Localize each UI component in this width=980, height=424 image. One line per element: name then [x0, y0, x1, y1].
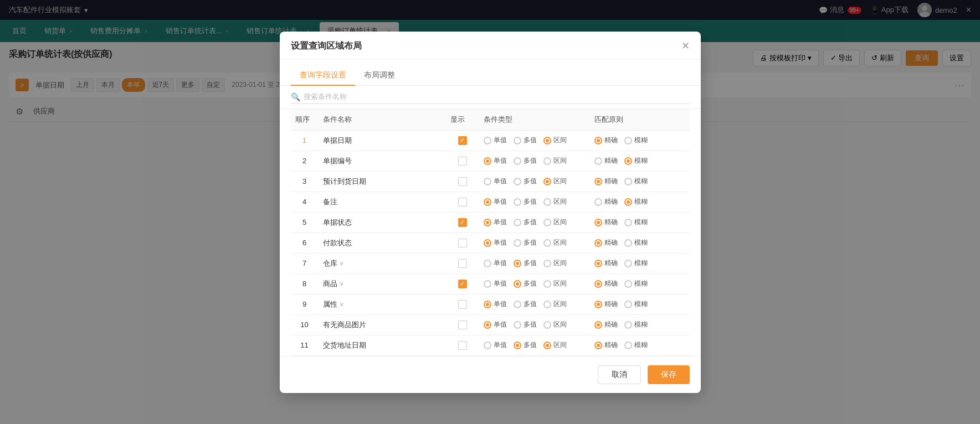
- type-radio-multi-4[interactable]: 多值: [514, 218, 537, 227]
- radio-label-single-8: 单值: [494, 299, 507, 309]
- type-radio-multi-7[interactable]: 多值: [514, 279, 537, 288]
- display-checkbox-3[interactable]: [458, 198, 467, 206]
- match-radio-fuzzy-1[interactable]: 模糊: [624, 156, 648, 166]
- match-radio-fuzzy-8[interactable]: 模糊: [624, 299, 648, 309]
- match-radio-exact-3[interactable]: 精确: [594, 197, 618, 206]
- match-radio-fuzzy-10[interactable]: 模糊: [624, 340, 648, 350]
- type-radio-range-10[interactable]: 区间: [543, 340, 567, 350]
- match-radio-exact-8[interactable]: 精确: [594, 299, 618, 309]
- type-radio-single-10[interactable]: 单值: [484, 340, 507, 350]
- type-radio-single-0[interactable]: 单值: [484, 136, 507, 145]
- type-radio-single-2[interactable]: 单值: [484, 177, 507, 186]
- type-radio-multi-5[interactable]: 多值: [514, 238, 537, 247]
- type-radio-range-5[interactable]: 区间: [543, 238, 567, 247]
- type-radio-range-1[interactable]: 区间: [543, 156, 567, 166]
- match-radio-exact-6[interactable]: 精确: [594, 258, 618, 268]
- match-radio-exact-2[interactable]: 精确: [594, 177, 618, 186]
- type-radio-range-4[interactable]: 区间: [543, 218, 567, 227]
- match-label-fuzzy-8: 模糊: [634, 299, 648, 309]
- match-radio-exact-7[interactable]: 精确: [594, 279, 618, 288]
- match-radio-fuzzy-5[interactable]: 模糊: [624, 238, 648, 247]
- match-radio-exact-0[interactable]: 精确: [594, 136, 618, 145]
- match-dot-exact-0: [594, 137, 602, 144]
- type-radio-multi-8[interactable]: 多值: [514, 299, 537, 309]
- type-radio-single-7[interactable]: 单值: [484, 279, 507, 288]
- match-radio-fuzzy-7[interactable]: 模糊: [624, 279, 648, 288]
- row-display-3[interactable]: [446, 192, 479, 212]
- display-checkbox-2[interactable]: [458, 177, 467, 186]
- match-radio-fuzzy-4[interactable]: 模糊: [624, 218, 648, 227]
- type-radio-multi-3[interactable]: 多值: [514, 197, 537, 206]
- type-radio-multi-0[interactable]: 多值: [514, 136, 537, 145]
- match-radio-exact-4[interactable]: 精确: [594, 218, 618, 227]
- row-display-5[interactable]: [446, 232, 479, 253]
- row-display-4[interactable]: ✓: [446, 212, 479, 232]
- cancel-button[interactable]: 取消: [598, 365, 641, 384]
- modal-close-btn[interactable]: ✕: [681, 41, 690, 51]
- display-checkbox-9[interactable]: [458, 320, 467, 329]
- type-radio-multi-2[interactable]: 多值: [514, 177, 537, 186]
- modal-tab-layout-adjust[interactable]: 布局调整: [355, 66, 404, 86]
- match-radio-fuzzy-0[interactable]: 模糊: [624, 136, 648, 145]
- radio-label-range-1: 区间: [553, 156, 567, 166]
- match-radio-exact-1[interactable]: 精确: [594, 156, 618, 166]
- type-radio-range-9[interactable]: 区间: [543, 320, 567, 329]
- row-display-9[interactable]: [446, 314, 479, 335]
- type-radio-range-2[interactable]: 区间: [543, 177, 567, 186]
- type-radio-single-3[interactable]: 单值: [484, 197, 507, 206]
- type-radio-range-3[interactable]: 区间: [543, 197, 567, 206]
- type-radio-multi-6[interactable]: 多值: [514, 258, 537, 268]
- row-display-0[interactable]: ✓: [446, 130, 479, 151]
- type-radio-range-7[interactable]: 区间: [543, 279, 567, 288]
- type-radio-single-8[interactable]: 单值: [484, 299, 507, 309]
- radio-label-single-5: 单值: [494, 238, 507, 247]
- display-checkbox-4[interactable]: [458, 218, 467, 227]
- row-display-6[interactable]: [446, 253, 479, 273]
- row-display-1[interactable]: [446, 151, 479, 171]
- match-dot-exact-6: [594, 260, 602, 267]
- row-type-0: 单值多值区间: [479, 130, 590, 151]
- display-checkbox-10[interactable]: [458, 341, 467, 350]
- row-display-10[interactable]: [446, 335, 479, 355]
- type-radio-range-6[interactable]: 区间: [543, 258, 567, 268]
- type-radio-range-8[interactable]: 区间: [543, 299, 567, 309]
- modal-backdrop: 设置查询区域布局 ✕ 查询字段设置 布局调整 🔍 顺序 条件名称 显示: [0, 0, 980, 424]
- row-type-10: 单值多值区间: [479, 335, 590, 355]
- match-radio-group-6: 精确模糊: [594, 258, 685, 268]
- display-checkbox-8[interactable]: [458, 300, 467, 309]
- type-radio-single-5[interactable]: 单值: [484, 238, 507, 247]
- search-input[interactable]: [304, 92, 690, 101]
- type-radio-multi-10[interactable]: 多值: [514, 340, 537, 350]
- match-radio-fuzzy-9[interactable]: 模糊: [624, 320, 648, 329]
- match-radio-fuzzy-2[interactable]: 模糊: [624, 177, 648, 186]
- type-radio-single-1[interactable]: 单值: [484, 156, 507, 166]
- save-button[interactable]: 保存: [648, 365, 690, 384]
- match-radio-exact-9[interactable]: 精确: [594, 320, 618, 329]
- match-radio-fuzzy-3[interactable]: 模糊: [624, 197, 648, 206]
- display-checkbox-7[interactable]: [458, 280, 467, 288]
- display-checkbox-5[interactable]: [458, 239, 467, 247]
- row-display-7[interactable]: ✓: [446, 273, 479, 294]
- display-checkbox-6[interactable]: [458, 259, 467, 268]
- type-radio-single-4[interactable]: 单值: [484, 218, 507, 227]
- modal-tab-field-settings[interactable]: 查询字段设置: [291, 66, 355, 86]
- row-name-6: 仓库 ∨: [319, 253, 446, 273]
- type-radio-single-9[interactable]: 单值: [484, 320, 507, 329]
- display-checkbox-1[interactable]: [458, 157, 467, 166]
- match-dot-fuzzy-7: [624, 280, 632, 288]
- row-display-8[interactable]: [446, 294, 479, 314]
- match-label-exact-3: 精确: [604, 197, 618, 206]
- match-radio-exact-5[interactable]: 精确: [594, 238, 618, 247]
- type-radio-multi-9[interactable]: 多值: [514, 320, 537, 329]
- type-radio-single-6[interactable]: 单值: [484, 258, 507, 268]
- type-radio-group-8: 单值多值区间: [484, 299, 586, 309]
- match-radio-exact-10[interactable]: 精确: [594, 340, 618, 350]
- row-display-2[interactable]: [446, 171, 479, 192]
- row-name-4: 单据状态: [319, 212, 446, 232]
- radio-dot-range-10: [543, 342, 551, 349]
- type-radio-range-0[interactable]: 区间: [543, 136, 567, 145]
- display-checkbox-0[interactable]: [458, 136, 467, 145]
- radio-label-single-2: 单值: [494, 177, 507, 186]
- match-radio-fuzzy-6[interactable]: 模糊: [624, 258, 648, 268]
- type-radio-multi-1[interactable]: 多值: [514, 156, 537, 166]
